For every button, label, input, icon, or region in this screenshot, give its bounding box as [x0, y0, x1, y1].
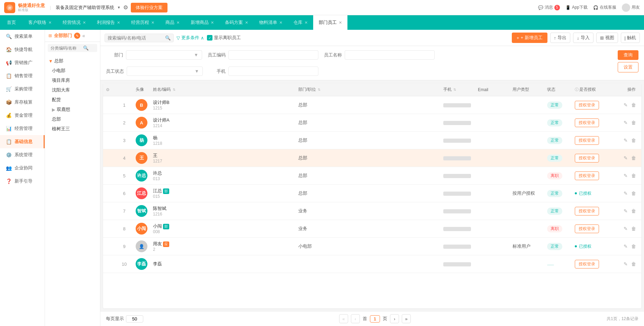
add-employee-button[interactable]: + + 新增员工: [512, 33, 547, 43]
settings-button[interactable]: 设置: [618, 62, 638, 72]
phone-sort-arrows-icon[interactable]: ⇅: [453, 88, 456, 91]
tab-history-close[interactable]: ✕: [151, 20, 154, 25]
col-settings[interactable]: ⚙: [103, 83, 116, 96]
col-name-code[interactable]: 姓名/编码 ⇅: [150, 83, 296, 96]
online-service-action[interactable]: 🎧 在线客服: [593, 5, 616, 10]
edit-button[interactable]: ✎: [624, 244, 628, 249]
dept-node-zhishu[interactable]: 植树王三: [45, 124, 100, 134]
view-button[interactable]: ⊞ 视图: [596, 33, 618, 43]
edit-button[interactable]: ✎: [624, 138, 628, 143]
tab-barcode[interactable]: 条码方案 ✕: [219, 15, 254, 30]
search-button[interactable]: 查询: [618, 50, 638, 60]
tab-goods-close[interactable]: ✕: [176, 20, 180, 25]
filter-empstatus-select[interactable]: ▼: [127, 67, 203, 76]
auth-button[interactable]: 授权登录: [575, 101, 599, 109]
sort-arrows-icon[interactable]: ⇅: [173, 88, 175, 91]
filter-empcode-input[interactable]: [228, 50, 318, 60]
dept-node-shenyang[interactable]: 沈阳大库: [45, 85, 100, 95]
auth-button[interactable]: 授权登录: [575, 118, 599, 127]
sidebar-item-marketing[interactable]: 📢 营销推广: [0, 56, 45, 69]
tab-warehouse-close[interactable]: ✕: [305, 20, 308, 25]
sidebar-item-operation[interactable]: 📊 经营管理: [0, 122, 45, 135]
edit-button[interactable]: ✎: [624, 173, 628, 178]
filter-phone-input[interactable]: [228, 67, 318, 76]
tab-customer-close[interactable]: ✕: [48, 20, 52, 25]
prev-page-button[interactable]: ‹: [351, 314, 360, 323]
filter-empname-input[interactable]: [345, 50, 435, 60]
auth-button[interactable]: 授权登录: [575, 136, 599, 145]
sidebar-item-guide[interactable]: ❓ 新手引导: [0, 175, 45, 188]
tab-customer[interactable]: 客户联络 ✕: [23, 15, 57, 30]
delete-button[interactable]: 🗑: [631, 173, 636, 178]
delete-button[interactable]: 🗑: [631, 155, 636, 161]
edit-button[interactable]: ✎: [624, 226, 628, 231]
search-input[interactable]: [108, 35, 163, 41]
export-button[interactable]: ↑ 导出: [550, 33, 571, 43]
auth-button[interactable]: 授权登录: [575, 207, 599, 215]
delete-button[interactable]: 🗑: [631, 244, 636, 249]
gear-icon[interactable]: ⚙: [123, 4, 128, 11]
tab-operation-close[interactable]: ✕: [83, 20, 86, 25]
dept-node-peihuo[interactable]: 配货: [45, 95, 100, 105]
auth-button[interactable]: 授权登录: [575, 154, 599, 162]
trial-button[interactable]: 体验行业方案: [131, 3, 167, 12]
edit-button[interactable]: ✎: [624, 208, 628, 214]
sidebar-item-inventory[interactable]: 📦 库存核算: [0, 96, 45, 109]
delete-button[interactable]: 🗑: [631, 208, 636, 214]
edit-button[interactable]: ✎: [624, 191, 628, 196]
per-page-input[interactable]: [126, 315, 143, 323]
search-submit-icon[interactable]: 🔍: [165, 35, 171, 41]
sidebar-item-collab[interactable]: 👥 企业协同: [0, 161, 45, 175]
tab-operation[interactable]: 经营情况 ✕: [57, 15, 91, 30]
edit-button[interactable]: ✎: [624, 155, 628, 161]
delete-button[interactable]: 🗑: [631, 138, 636, 143]
first-page-button[interactable]: «: [339, 314, 348, 323]
tab-warehouse[interactable]: 仓库 ✕: [288, 15, 313, 30]
more-button[interactable]: | 触机: [621, 33, 640, 43]
dept-node-zongbu[interactable]: 总部: [45, 114, 100, 124]
tab-goods[interactable]: 商品 ✕: [160, 15, 185, 30]
col-phone[interactable]: 手机 ⇅: [441, 83, 475, 96]
delete-button[interactable]: 🗑: [631, 120, 636, 125]
next-page-button[interactable]: ›: [390, 314, 399, 323]
sidebar-item-sales[interactable]: 📋 销售管理: [0, 69, 45, 82]
auth-button[interactable]: 授权登录: [575, 171, 599, 180]
delete-button[interactable]: 🗑: [631, 191, 636, 196]
sidebar-item-quicknav[interactable]: 🏠 快捷导航: [0, 43, 45, 56]
sidebar-item-capital[interactable]: 💰 资金管理: [0, 109, 45, 122]
tab-add-goods-close[interactable]: ✕: [211, 20, 214, 25]
user-action[interactable]: 用友: [622, 3, 640, 12]
sidebar-item-search[interactable]: 🔍 搜索菜单: [0, 30, 45, 43]
tab-profit-close[interactable]: ✕: [117, 20, 120, 25]
tab-bom[interactable]: 物料清单 ✕: [254, 15, 288, 30]
tab-bom-close[interactable]: ✕: [279, 20, 282, 25]
col-dept-pos[interactable]: 部门/职位 ⇅: [296, 83, 441, 96]
tab-history[interactable]: 经营历程 ✕: [126, 15, 160, 30]
tab-dept-staff-close[interactable]: ✕: [339, 20, 342, 25]
dept-node-xiangmu[interactable]: 项目库房: [45, 76, 100, 85]
dept-search-input[interactable]: [51, 46, 82, 51]
delete-button[interactable]: 🗑: [631, 102, 636, 108]
show-resigned-toggle[interactable]: ✓ 显示离职员工: [207, 35, 241, 41]
sidebar-item-basic[interactable]: 📋 基础信息: [0, 135, 45, 148]
tab-profit[interactable]: 利润报告 ✕: [91, 15, 126, 30]
auth-button[interactable]: 授权登录: [575, 260, 599, 268]
sidebar-item-purchase[interactable]: 🛒 采购管理: [0, 82, 45, 96]
dept-node-shuanglu[interactable]: ▶ 双鹿想: [45, 105, 100, 114]
tab-home[interactable]: 首页: [0, 15, 23, 30]
auth-button[interactable]: 授权登录: [575, 224, 599, 233]
delete-button[interactable]: 🗑: [631, 226, 636, 231]
edit-button[interactable]: ✎: [624, 261, 628, 267]
dept-node-root[interactable]: ▼ 总部: [45, 56, 100, 66]
sidebar-item-system[interactable]: ⚙️ 系统管理: [0, 148, 45, 161]
tab-barcode-close[interactable]: ✕: [245, 20, 248, 25]
chevron-down-icon[interactable]: ▼: [117, 6, 120, 9]
dept-edit-icon[interactable]: ✎: [74, 33, 80, 39]
filter-button[interactable]: ▽ 更多条件 ∧: [176, 35, 204, 41]
delete-button[interactable]: 🗑: [631, 261, 636, 267]
app-download-action[interactable]: 📱 App下载: [565, 5, 588, 10]
edit-button[interactable]: ✎: [624, 102, 628, 108]
msg-action[interactable]: 💬 消息 5: [538, 5, 560, 10]
import-button[interactable]: ↓ 导入: [573, 33, 593, 43]
last-page-button[interactable]: »: [402, 314, 411, 323]
